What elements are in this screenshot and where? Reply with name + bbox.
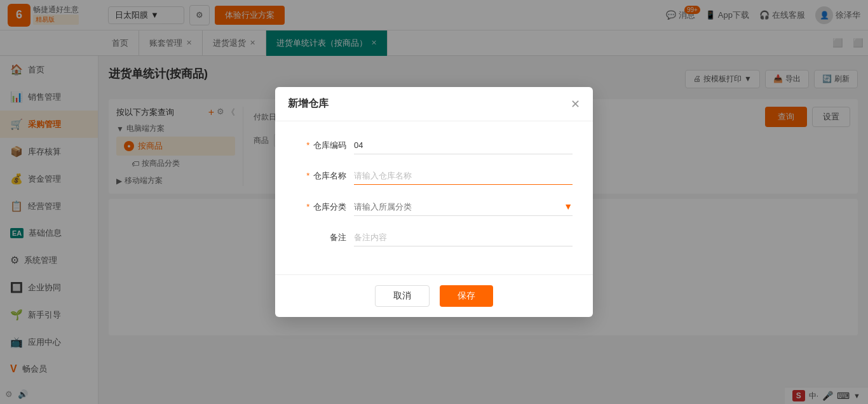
form-row-note: 备注 [295, 229, 573, 246]
add-warehouse-modal: 新增仓库 ✕ * 仓库编码 * 仓库名称 [275, 87, 593, 317]
note-input[interactable] [354, 229, 573, 246]
category-label: * 仓库分类 [295, 201, 346, 213]
form-row-name: * 仓库名称 [295, 167, 573, 185]
modal-body: * 仓库编码 * 仓库名称 * 仓库分类 [275, 121, 593, 274]
code-input[interactable] [354, 137, 573, 154]
required-star-code: * [306, 140, 309, 150]
modal-overlay: 新增仓库 ✕ * 仓库编码 * 仓库名称 [0, 0, 868, 404]
form-row-category: * 仓库分类 ▼ [295, 198, 573, 216]
name-label: * 仓库名称 [295, 170, 346, 182]
category-input[interactable] [354, 202, 564, 212]
modal-header: 新增仓库 ✕ [275, 87, 593, 121]
modal-close-button[interactable]: ✕ [571, 98, 580, 110]
note-label: 备注 [295, 232, 346, 243]
name-input[interactable] [354, 167, 573, 185]
modal-footer: 取消 保存 [275, 274, 593, 317]
cancel-button[interactable]: 取消 [375, 285, 430, 307]
code-label: * 仓库编码 [295, 140, 346, 151]
save-button[interactable]: 保存 [440, 285, 493, 307]
modal-title: 新增仓库 [288, 97, 329, 111]
required-star-category: * [306, 202, 309, 212]
category-select-row[interactable]: ▼ [354, 198, 573, 216]
form-row-code: * 仓库编码 [295, 137, 573, 154]
category-chevron-icon: ▼ [564, 201, 573, 212]
required-star-name: * [306, 171, 309, 180]
